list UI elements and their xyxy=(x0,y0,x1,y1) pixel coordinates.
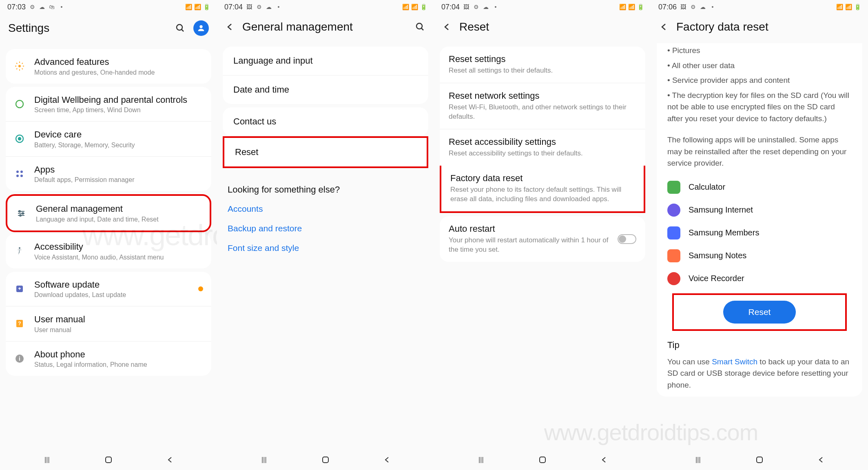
setting-advanced-features[interactable]: Advanced featuresMotions and gestures, O… xyxy=(6,49,211,84)
status-bar: 07:06 🖼 ⚙ ☁ • 📶 📶 🔋 xyxy=(651,0,868,14)
svg-point-14 xyxy=(19,211,20,212)
search-icon[interactable] xyxy=(175,22,186,34)
svg-point-4 xyxy=(16,100,23,108)
link-accounts[interactable]: Accounts xyxy=(217,199,434,219)
status-time: 07:04 xyxy=(224,3,243,11)
nav-back[interactable] xyxy=(165,455,175,465)
item-language-input[interactable]: Language and input xyxy=(223,47,428,75)
setting-accessibility[interactable]: AccessibilityVoice Assistant, Mono audio… xyxy=(6,234,211,268)
svg-point-15 xyxy=(22,213,24,214)
app-samsung-internet: Samsung Internet xyxy=(657,199,862,222)
svg-text:i: i xyxy=(19,355,20,362)
svg-point-24 xyxy=(416,23,422,29)
looking-for-label: Looking for something else? xyxy=(217,175,434,199)
nav-back[interactable] xyxy=(382,455,392,465)
nav-home[interactable] xyxy=(321,455,330,465)
notes-icon xyxy=(667,249,680,262)
nav-home[interactable] xyxy=(104,455,113,465)
nav-bar: ||| xyxy=(0,450,217,470)
data-erase-list: • Pictures • All other user data • Servi… xyxy=(657,43,862,133)
screen-settings: 07:03 ⚙ ☁ 🛍 • 📶 📶 🔋 Settings Advanced fe… xyxy=(0,0,217,470)
gear-icon: ⚙ xyxy=(256,4,262,10)
svg-rect-26 xyxy=(323,457,328,463)
bullet-user-data: • All other user data xyxy=(667,58,852,73)
battery-icon: 🔋 xyxy=(420,4,427,10)
link-backup-restore[interactable]: Backup and restore xyxy=(217,219,434,238)
item-reset[interactable]: Reset xyxy=(224,138,427,166)
status-bar: 07:04 🖼 ⚙ ☁ • 📶 📶 🔋 xyxy=(434,0,651,14)
screen-reset: 07:04 🖼 ⚙ ☁ • 📶 📶 🔋 Reset Reset settings… xyxy=(434,0,651,470)
reset-button[interactable]: Reset xyxy=(723,301,796,324)
page-title: Factory data reset xyxy=(676,20,860,33)
profile-icon[interactable] xyxy=(193,20,209,36)
dot-icon: • xyxy=(709,4,716,10)
advanced-icon xyxy=(14,60,25,72)
item-date-time[interactable]: Date and time xyxy=(223,75,428,104)
item-reset-settings[interactable]: Reset settings Reset all settings to the… xyxy=(440,47,645,83)
item-reset-network[interactable]: Reset network settings Reset Wi-Fi, Blue… xyxy=(440,83,645,129)
setting-about-phone[interactable]: i About phoneStatus, Legal information, … xyxy=(6,341,211,376)
svg-point-3 xyxy=(18,65,21,67)
svg-point-16 xyxy=(20,215,21,216)
nav-recent[interactable]: ||| xyxy=(476,455,486,465)
app-voice-recorder: Voice Recorder xyxy=(657,267,862,290)
gear-icon: ⚙ xyxy=(29,4,35,10)
setting-device-care[interactable]: Device careBattery, Storage, Memory, Sec… xyxy=(6,121,211,156)
svg-point-6 xyxy=(18,137,21,140)
bullet-decryption-key: • The decryption key for files on the SD… xyxy=(667,88,852,126)
item-contact-us[interactable]: Contact us xyxy=(223,107,428,136)
back-icon[interactable] xyxy=(442,22,452,32)
svg-point-2 xyxy=(199,25,202,28)
dot-icon: • xyxy=(492,4,499,10)
signal-icon: 📶 xyxy=(845,4,852,10)
nav-home[interactable] xyxy=(538,455,547,465)
nav-recent[interactable]: ||| xyxy=(259,455,269,465)
setting-apps[interactable]: AppsDefault apps, Permission manager xyxy=(6,156,211,191)
svg-point-10 xyxy=(20,175,23,177)
header: Settings xyxy=(0,14,217,46)
update-icon xyxy=(14,283,25,295)
signal-icon: 📶 xyxy=(411,4,418,10)
battery-icon: 🔋 xyxy=(203,4,210,10)
wifi-icon: 📶 xyxy=(619,4,626,10)
setting-software-update[interactable]: Software updateDownload updates, Last up… xyxy=(6,272,211,306)
nav-recent[interactable]: ||| xyxy=(42,455,52,465)
dot-icon: • xyxy=(58,4,65,10)
back-icon[interactable] xyxy=(659,22,669,32)
svg-rect-27 xyxy=(540,457,545,463)
item-auto-restart[interactable]: Auto restart Your phone will restart aut… xyxy=(440,216,645,262)
status-bar: 07:03 ⚙ ☁ 🛍 • 📶 📶 🔋 xyxy=(0,0,217,14)
setting-user-manual[interactable]: ? User manualUser manual xyxy=(6,306,211,341)
link-font-size[interactable]: Font size and style xyxy=(217,238,434,258)
wifi-icon: 📶 xyxy=(402,4,409,10)
cloud-icon: ☁ xyxy=(483,4,489,10)
search-icon[interactable] xyxy=(414,21,426,33)
smart-switch-link[interactable]: Smart Switch xyxy=(712,357,757,366)
page-title: Reset xyxy=(459,20,643,33)
apps-icon xyxy=(14,168,25,180)
nav-back[interactable] xyxy=(816,455,826,465)
back-icon[interactable] xyxy=(225,22,235,32)
svg-point-8 xyxy=(20,171,23,173)
item-factory-data-reset[interactable]: Factory data reset Reset your phone to i… xyxy=(441,166,644,211)
nav-recent[interactable]: ||| xyxy=(693,455,703,465)
cloud-icon: ☁ xyxy=(39,4,45,10)
setting-general-management[interactable]: General managementLanguage and input, Da… xyxy=(7,196,210,231)
header: Reset xyxy=(434,14,651,43)
svg-point-9 xyxy=(16,175,19,177)
auto-restart-toggle[interactable] xyxy=(618,234,636,244)
battery-icon: 🔋 xyxy=(637,4,644,10)
nav-home[interactable] xyxy=(755,455,764,465)
signal-icon: 📶 xyxy=(194,4,201,10)
svg-rect-28 xyxy=(757,457,762,463)
header: Factory data reset xyxy=(651,14,868,43)
bullet-pictures: • Pictures xyxy=(667,43,852,58)
bullet-provider-apps: • Service provider apps and content xyxy=(667,73,852,88)
item-reset-accessibility[interactable]: Reset accessibility settings Reset acces… xyxy=(440,129,645,166)
header: General management xyxy=(217,14,434,43)
nav-bar: ||| xyxy=(434,450,651,470)
page-title: General management xyxy=(242,20,407,33)
general-icon xyxy=(16,208,27,219)
nav-back[interactable] xyxy=(599,455,609,465)
setting-digital-wellbeing[interactable]: Digital Wellbeing and parental controlsS… xyxy=(6,87,211,122)
